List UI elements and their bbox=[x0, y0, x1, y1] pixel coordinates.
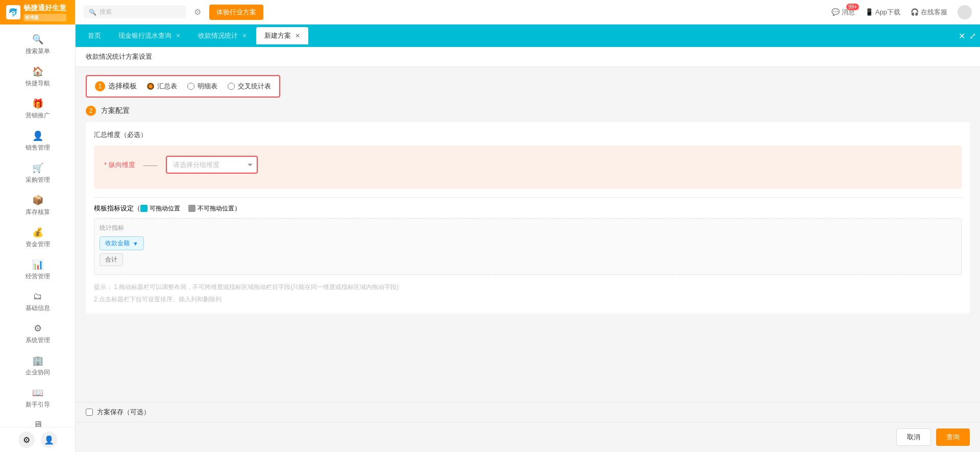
divider bbox=[94, 197, 962, 198]
sub-tag-row: 合计 bbox=[100, 253, 956, 266]
step2-section: 2 方案配置 汇总维度（必选） 纵向维度 —— 请选择分组维度 bbox=[86, 106, 970, 314]
tab-bar: 首页 现金银行流水查询 ✕ 收款情况统计 ✕ 新建方案 ✕ ✕ ⤢ bbox=[76, 25, 980, 47]
sidebar-item-capital[interactable]: 💰 资金管理 bbox=[0, 222, 75, 254]
template-box: 1 选择模板 汇总表 明细表 bbox=[86, 75, 280, 98]
maximize-icon[interactable]: ⤢ bbox=[969, 31, 976, 41]
sidebar-item-sales[interactable]: 👤 销售管理 bbox=[0, 125, 75, 157]
sidebar-item-label: 资金管理 bbox=[26, 240, 50, 249]
fixed-icon bbox=[188, 205, 195, 212]
sidebar-item-label: 营销推广 bbox=[26, 111, 50, 120]
sidebar-logo: 🐬 畅捷通好生意 标准版 bbox=[0, 0, 75, 25]
query-button[interactable]: 查询 bbox=[936, 429, 970, 446]
industry-btn[interactable]: 体验行业方案 bbox=[209, 5, 263, 20]
sidebar-item-hardware[interactable]: 🖥 智能硬件 bbox=[0, 414, 75, 427]
tab-newplan-close[interactable]: ✕ bbox=[295, 32, 300, 39]
gear-icon[interactable]: ⚙ bbox=[192, 5, 203, 19]
sidebar-bottom: ⚙ 👤 bbox=[0, 427, 75, 452]
sidebar-item-label: 经营管理 bbox=[26, 272, 50, 281]
tag-subtotal[interactable]: 合计 bbox=[100, 253, 123, 266]
save-option: 方案保存（可选） bbox=[76, 402, 980, 422]
download-item[interactable]: 📱 App下载 bbox=[865, 8, 900, 17]
dimension-select-wrap: 请选择分组维度 bbox=[166, 156, 258, 174]
draggable-icon bbox=[140, 205, 148, 212]
sidebar-item-operations[interactable]: 📊 经营管理 bbox=[0, 254, 75, 286]
dimension-row: 纵向维度 —— 请选择分组维度 bbox=[104, 156, 951, 174]
user-avatar[interactable] bbox=[958, 5, 972, 19]
sidebar-item-label: 搜索菜单 bbox=[26, 47, 50, 56]
tag-receipt-amount[interactable]: 收款金额 ▼ bbox=[100, 236, 144, 250]
sidebar-item-nav[interactable]: 🏠 快捷导航 bbox=[0, 61, 75, 93]
save-checkbox[interactable] bbox=[86, 409, 93, 416]
service-item[interactable]: 🎧 在线客服 bbox=[911, 8, 947, 17]
header-search[interactable]: 🔍 搜索 bbox=[84, 6, 186, 18]
radio-detail[interactable]: 明细表 bbox=[187, 82, 217, 91]
notification-item[interactable]: 💬 消息 99+ bbox=[831, 8, 855, 17]
tab-home[interactable]: 首页 bbox=[80, 27, 109, 44]
sidebar-item-label: 快捷导航 bbox=[26, 79, 50, 88]
gift-icon: 🎁 bbox=[32, 98, 43, 109]
page-content: 收款情况统计方案设置 1 选择模板 汇总表 bbox=[76, 47, 980, 452]
save-label: 方案保存（可选） bbox=[97, 408, 150, 417]
tab-newplan[interactable]: 新建方案 ✕ bbox=[256, 27, 308, 44]
metrics-header: 模板指标设定（ 可拖动位置 不可拖动位置 ） bbox=[94, 204, 962, 213]
tab-receipt-close[interactable]: ✕ bbox=[242, 32, 247, 39]
sidebar-item-basics[interactable]: 🗂 基础信息 bbox=[0, 286, 75, 318]
step2-number: 2 bbox=[86, 106, 96, 116]
sidebar-item-enterprise[interactable]: 🏢 企业协同 bbox=[0, 350, 75, 382]
dimension-select[interactable]: 请选择分组维度 bbox=[166, 156, 258, 174]
sidebar-item-label: 企业协同 bbox=[26, 368, 50, 377]
sidebar-item-label: 系统管理 bbox=[26, 336, 50, 345]
page-title: 收款情况统计方案设置 bbox=[76, 47, 980, 67]
step1-header: 1 选择模板 汇总表 明细表 bbox=[86, 75, 970, 98]
sidebar-item-marketing[interactable]: 🎁 营销推广 bbox=[0, 93, 75, 125]
tab-receipt[interactable]: 收款情况统计 ✕ bbox=[190, 27, 255, 44]
main-area: 🔍 搜索 ⚙ 体验行业方案 💬 消息 99+ 📱 App下载 🎧 在线客服 首页 bbox=[76, 0, 980, 452]
tab-bar-controls: ✕ ⤢ bbox=[959, 31, 976, 41]
cancel-button[interactable]: 取消 bbox=[896, 429, 931, 446]
operations-icon: 📊 bbox=[32, 259, 43, 270]
radio-summary[interactable]: 汇总表 bbox=[147, 82, 177, 91]
radio-cross-input[interactable] bbox=[228, 83, 235, 90]
sidebar-item-inventory[interactable]: 📦 库存核算 bbox=[0, 189, 75, 222]
capital-icon: 💰 bbox=[32, 227, 43, 238]
search-icon: 🔍 bbox=[89, 9, 96, 16]
notification-badge: 99+ bbox=[846, 4, 859, 10]
close-window-icon[interactable]: ✕ bbox=[959, 31, 965, 41]
step1-number: 1 bbox=[95, 81, 105, 91]
page-body: 1 选择模板 汇总表 明细表 bbox=[76, 67, 980, 402]
tab-cashflow-close[interactable]: ✕ bbox=[176, 32, 181, 39]
message-icon: 💬 bbox=[831, 8, 840, 16]
tab-cashflow[interactable]: 现金银行流水查询 ✕ bbox=[110, 27, 189, 44]
system-icon: ⚙ bbox=[34, 323, 42, 334]
settings-icon[interactable]: ⚙ bbox=[18, 432, 35, 448]
header-right: 💬 消息 99+ 📱 App下载 🎧 在线客服 bbox=[831, 5, 972, 19]
logo-badge: 标准版 bbox=[23, 14, 66, 21]
radio-detail-input[interactable] bbox=[187, 83, 194, 90]
sidebar-item-guide[interactable]: 📖 新手引导 bbox=[0, 382, 75, 414]
metrics-close: ） bbox=[234, 204, 241, 213]
tip-1: 提示： 1.拖动标题栏可以调整布局，不可跨维度或指标区域拖动栏目字段(只能在同一… bbox=[94, 281, 962, 293]
sidebar-item-system[interactable]: ⚙ 系统管理 bbox=[0, 318, 75, 350]
draggable-indicator: 可拖动位置 bbox=[140, 204, 180, 213]
radio-summary-input[interactable] bbox=[147, 83, 154, 90]
download-icon: 📱 bbox=[865, 8, 873, 16]
sidebar-item-purchase[interactable]: 🛒 采购管理 bbox=[0, 157, 75, 189]
sidebar-item-label: 新手引导 bbox=[26, 400, 50, 409]
download-label: App下载 bbox=[875, 8, 900, 17]
dimension-title: 汇总维度（必选） bbox=[94, 130, 962, 139]
tag-row: 收款金额 ▼ bbox=[100, 236, 956, 250]
inventory-icon: 📦 bbox=[32, 195, 43, 206]
sidebar-nav: 🔍 搜索菜单 🏠 快捷导航 🎁 营销推广 👤 销售管理 🛒 采购管理 📦 库存核… bbox=[0, 25, 75, 427]
radio-detail-label: 明细表 bbox=[198, 82, 217, 91]
user-icon[interactable]: 👤 bbox=[41, 432, 57, 448]
search-icon: 🔍 bbox=[32, 34, 43, 45]
metrics-section: 模板指标设定（ 可拖动位置 不可拖动位置 ） bbox=[94, 204, 962, 305]
step2-header: 2 方案配置 bbox=[86, 106, 970, 116]
search-text: 搜索 bbox=[100, 8, 112, 16]
sidebar-item-search[interactable]: 🔍 搜索菜单 bbox=[0, 29, 75, 61]
template-radio-group: 汇总表 明细表 交叉统计表 bbox=[147, 82, 271, 91]
radio-cross[interactable]: 交叉统计表 bbox=[228, 82, 271, 91]
tag-dropdown-icon: ▼ bbox=[133, 241, 138, 247]
tag-subtotal-label: 合计 bbox=[105, 256, 117, 263]
fixed-label: 不可拖动位置 bbox=[198, 204, 234, 213]
